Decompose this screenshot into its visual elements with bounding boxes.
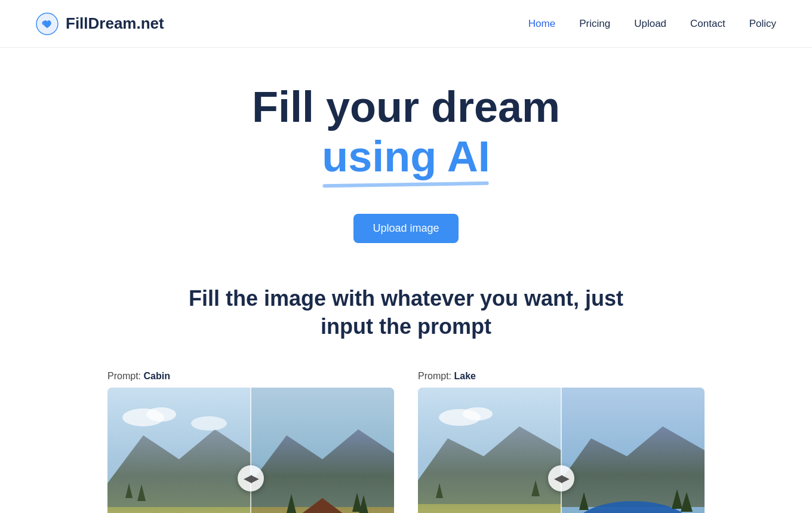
logo-text: FillDream.net [66, 14, 164, 33]
demo-lake-slider-line [561, 388, 562, 513]
description-section: Fill the image with whatever you want, j… [0, 261, 812, 353]
demo-lake-prompt: Prompt: Lake [418, 371, 705, 382]
demo-lake-slider-handle[interactable]: ◀▶ [548, 465, 574, 492]
svg-point-13 [146, 407, 176, 422]
demo-cabin-slider-handle[interactable]: ◀▶ [238, 465, 264, 492]
logo-icon [36, 13, 59, 35]
svg-point-33 [463, 407, 493, 420]
demo-lake-image[interactable]: ◀▶ [418, 388, 705, 513]
demo-lake-before [418, 388, 561, 513]
demo-cabin-prompt-value: Cabin [143, 371, 170, 381]
nav-home[interactable]: Home [528, 18, 555, 30]
upload-image-button[interactable]: Upload image [353, 214, 458, 243]
demo-cabin: Prompt: Cabin [107, 371, 394, 513]
demos-section: Prompt: Cabin [0, 353, 812, 513]
svg-marker-29 [418, 504, 561, 513]
description-heading: Fill the image with whatever you want, j… [167, 285, 645, 341]
hero-title-line1: Fill your dream [12, 84, 800, 131]
slider-arrows-icon-2: ◀▶ [554, 472, 568, 485]
upload-button-wrap: Upload image [12, 192, 800, 243]
nav-policy[interactable]: Policy [749, 18, 776, 30]
hero-title: Fill your dream using AI [12, 84, 800, 180]
demo-cabin-before [107, 388, 251, 513]
logo-link[interactable]: FillDream.net [36, 13, 164, 35]
demo-lake: Prompt: Lake [418, 371, 705, 513]
nav-pricing[interactable]: Pricing [579, 18, 610, 30]
nav-upload[interactable]: Upload [634, 18, 666, 30]
demo-lake-prompt-value: Lake [454, 371, 475, 381]
header: FillDream.net Home Pricing Upload Contac… [0, 0, 812, 48]
svg-point-14 [191, 416, 227, 431]
demo-cabin-image[interactable]: ◀▶ [107, 388, 394, 513]
hero-title-line2: using AI [322, 133, 490, 180]
demo-lake-after [561, 388, 705, 513]
hero-section: Fill your dream using AI Upload image [0, 48, 812, 261]
demo-cabin-slider-line [250, 388, 251, 513]
svg-marker-3 [107, 507, 251, 513]
main-nav: Home Pricing Upload Contact Policy [528, 18, 776, 30]
nav-contact[interactable]: Contact [690, 18, 725, 30]
demo-cabin-prompt: Prompt: Cabin [107, 371, 394, 382]
slider-arrows-icon: ◀▶ [244, 472, 258, 485]
demo-cabin-after [251, 388, 394, 513]
